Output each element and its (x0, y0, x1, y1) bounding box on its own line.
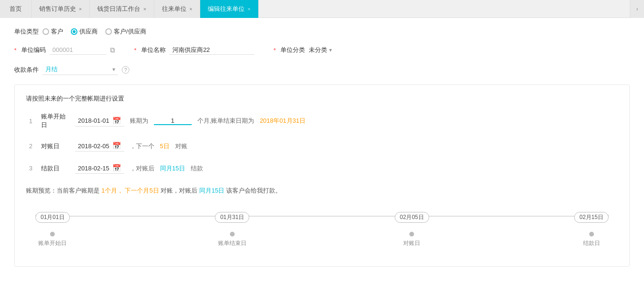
name-input[interactable] (169, 45, 254, 55)
tab-home[interactable]: 首页 (0, 0, 32, 18)
radio-supplier-label: 供应商 (79, 27, 98, 36)
timeline-node-2: 02月05日 对账日 (395, 212, 429, 247)
tab-edit-partner-label: 编辑往来单位 (208, 5, 245, 13)
unit-type-row: 单位类型 客户 供应商 客户/供应商 (14, 27, 630, 36)
row-label-3: 结款日 (41, 164, 69, 173)
node-dot-0 (50, 232, 55, 236)
code-field: * 单位编码 ⧉ (14, 45, 115, 55)
node-dot-3 (589, 232, 594, 236)
preview-end: 该客户会给我打款。 (226, 187, 281, 194)
chevron-down-icon: ▾ (112, 66, 115, 73)
payment-dropdown[interactable]: 月结 ▾ (42, 64, 118, 75)
tab-edit-partner[interactable]: 编辑往来单位 × (200, 0, 258, 18)
tab-partner-label: 往来单位 (162, 5, 186, 13)
close-icon[interactable]: × (143, 6, 146, 12)
close-icon[interactable]: × (79, 6, 82, 12)
main-content: 单位类型 客户 供应商 客户/供应商 * 单位编码 (0, 18, 644, 287)
end-date-highlight: 2018年01月31日 (260, 117, 305, 125)
start-date-field[interactable]: 2018-01-01 📅 (75, 116, 124, 127)
preview-part3: 同月15日 (199, 187, 224, 194)
tab-bar: 首页 销售订单历史 × 钱货日清工作台 × 往来单位 × 编辑往来单位 × › (0, 0, 644, 18)
help-icon[interactable]: ? (122, 66, 129, 74)
code-input[interactable] (50, 45, 106, 55)
calendar-icon[interactable]: 📅 (112, 117, 121, 125)
tab-cash-work[interactable]: 钱货日清工作台 × (90, 0, 154, 18)
reconcile-highlight: 5日 (160, 142, 169, 151)
settings-row-2: 2 对账日 2018-02-05 📅 ，下一个 5日 对账 (26, 141, 618, 152)
payment-label: 收款条件 (14, 66, 39, 74)
timeline-node-3: 02月15日 结款日 (574, 212, 609, 247)
category-dropdown[interactable]: 未分类 ▾ (309, 46, 332, 54)
category-value: 未分类 (309, 46, 327, 54)
radio-group: 客户 供应商 客户/供应商 (42, 27, 146, 36)
row-num-3: 3 (26, 165, 35, 172)
reconcile-date-text: 2018-02-05 (78, 143, 110, 150)
node-caption-0: 账单开始日 (38, 239, 67, 247)
payment-value: 月结 (45, 65, 110, 74)
unit-type-field: 单位类型 客户 供应商 客户/供应商 (14, 27, 146, 36)
code-required: * (14, 47, 17, 54)
name-label: 单位名称 (141, 46, 166, 54)
row-desc-3b: 结款 (191, 164, 203, 173)
node-date-0: 01月01日 (35, 212, 70, 223)
radio-customer-label: 客户 (51, 27, 63, 36)
preview-mid: 对账，对账后 (161, 187, 197, 194)
calendar-icon[interactable]: 📅 (112, 142, 121, 150)
code-name-row: * 单位编码 ⧉ * 单位名称 * 单位分类 未分类 ▾ (14, 45, 630, 55)
start-date-text: 2018-01-01 (78, 117, 110, 124)
code-label: 单位编码 (21, 46, 46, 54)
row-desc-2a: ，下一个 (130, 142, 154, 151)
row-num-1: 1 (26, 118, 35, 125)
panel-box: 请按照未来的一个完整帐期进行设置 1 账单开始日 2018-01-01 📅 账期… (14, 84, 630, 267)
row-num-2: 2 (26, 143, 35, 150)
close-icon[interactable]: × (247, 6, 250, 12)
category-required: * (273, 47, 276, 54)
preview-text: 账期预览：当前客户账期是 1个月， 下一个月5日 对账，对账后 同月15日 该客… (26, 185, 618, 196)
month-input[interactable] (154, 117, 192, 125)
preview-part1: 1个月， (102, 187, 123, 194)
category-field: * 单位分类 未分类 ▾ (273, 46, 332, 54)
node-date-1: 01月31日 (215, 212, 249, 223)
calendar-icon[interactable]: 📅 (112, 164, 121, 172)
unit-type-label: 单位类型 (14, 27, 39, 36)
reconcile-date-field[interactable]: 2018-02-05 📅 (75, 141, 124, 152)
radio-customer-supplier-label: 客户/供应商 (114, 27, 146, 36)
tab-cash-label: 钱货日清工作台 (97, 5, 140, 13)
payment-date-field[interactable]: 2018-02-15 📅 (75, 163, 124, 174)
tab-home-label: 首页 (9, 5, 22, 13)
tab-scroll-arrow[interactable]: › (630, 0, 644, 18)
name-required: * (134, 47, 136, 54)
copy-icon[interactable]: ⧉ (110, 46, 115, 54)
radio-customer[interactable]: 客户 (42, 27, 63, 36)
close-icon[interactable]: × (189, 6, 192, 12)
timeline-node-1: 01月31日 账单结束日 (215, 212, 249, 247)
radio-customer-supplier[interactable]: 客户/供应商 (105, 27, 146, 36)
node-dot-2 (409, 232, 414, 236)
node-date-3: 02月15日 (574, 212, 609, 223)
payment-date-text: 2018-02-15 (78, 165, 110, 172)
panel-title: 请按照未来的一个完整帐期进行设置 (26, 94, 618, 103)
timeline-nodes: 01月01日 账单开始日 01月31日 账单结束日 02月05日 对账日 02月… (26, 212, 618, 247)
tab-sales-history[interactable]: 销售订单历史 × (32, 0, 90, 18)
name-field: * 单位名称 (134, 45, 254, 55)
radio-supplier-circle (71, 28, 77, 35)
category-label: 单位分类 (280, 46, 305, 54)
chevron-down-icon: ▾ (329, 47, 332, 53)
node-date-2: 02月05日 (395, 212, 429, 223)
row-label-1: 账单开始日 (41, 112, 69, 129)
tab-sales-label: 销售订单历史 (39, 5, 76, 13)
radio-customer-circle (42, 28, 49, 35)
timeline-node-0: 01月01日 账单开始日 (35, 212, 70, 247)
settings-row-3: 3 结款日 2018-02-15 📅 ，对账后 同月15日 结款 (26, 163, 618, 174)
node-caption-2: 对账日 (403, 239, 420, 247)
radio-supplier[interactable]: 供应商 (71, 27, 98, 36)
radio-customer-supplier-circle (105, 28, 112, 35)
node-caption-1: 账单结束日 (218, 239, 246, 247)
row-desc-1a: 账期为 (130, 117, 148, 125)
payment-highlight: 同月15日 (160, 164, 185, 173)
node-caption-3: 结款日 (583, 239, 600, 247)
timeline: 01月01日 账单开始日 01月31日 账单结束日 02月05日 对账日 02月… (26, 207, 618, 257)
node-dot-1 (230, 232, 235, 236)
row-desc-1b: 个月,账单结束日期为 (197, 117, 254, 125)
tab-partner[interactable]: 往来单位 × (154, 0, 200, 18)
